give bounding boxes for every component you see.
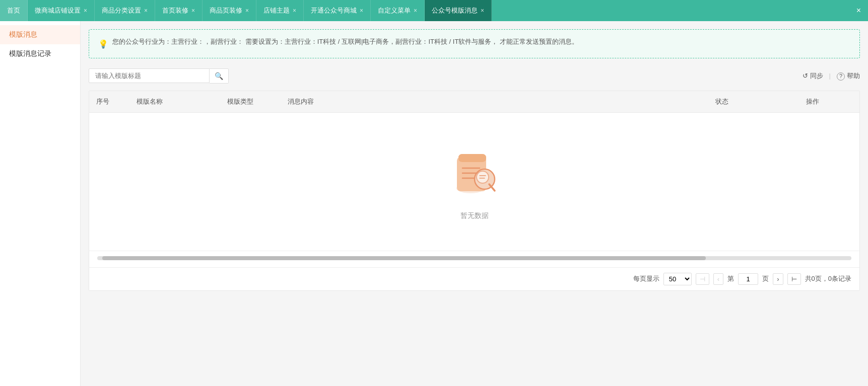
nav-tab-product-decor[interactable]: 商品页装修 × bbox=[203, 0, 256, 21]
nav-tab-custom-menu-close[interactable]: × bbox=[414, 7, 417, 14]
notice-icon: 💡 bbox=[98, 38, 108, 51]
col-header-name: 模版名称 bbox=[129, 91, 220, 112]
search-button[interactable]: 🔍 bbox=[210, 68, 229, 84]
notice-prefix: 您的公众号行业为：主营行业：，副营行业： bbox=[112, 38, 243, 45]
toolbar-right: 同步 | 帮助 bbox=[803, 71, 860, 81]
pagination: 每页显示 10 20 50 100 ⊣ ‹ 第 页 › ⊢ 共0页，0条记录 bbox=[89, 267, 859, 290]
nav-tab-home-decor-label: 首页装修 bbox=[162, 6, 188, 15]
svg-point-5 bbox=[477, 171, 489, 183]
search-bar: 🔍 同步 | 帮助 bbox=[89, 68, 860, 84]
notice-box: 💡 您的公众号行业为：主营行业：，副营行业： 需要设置为：主营行业：IT科技 /… bbox=[89, 29, 860, 58]
col-header-type: 模版类型 bbox=[220, 91, 281, 112]
nav-tab-home[interactable]: 首页 bbox=[0, 0, 28, 21]
nav-tab-store-settings[interactable]: 微商城店铺设置 × bbox=[28, 0, 95, 21]
nav-tab-home-decor[interactable]: 首页装修 × bbox=[155, 0, 203, 21]
nav-tab-product-decor-label: 商品页装修 bbox=[210, 6, 242, 15]
nav-tab-template-message[interactable]: 公众号模版消息 × bbox=[425, 0, 492, 21]
col-header-index: 序号 bbox=[89, 91, 129, 112]
nav-tab-product-decor-close[interactable]: × bbox=[245, 7, 249, 14]
toolbar-divider: | bbox=[829, 72, 831, 80]
scrollbar-track[interactable] bbox=[97, 256, 851, 260]
search-icon: 🔍 bbox=[215, 72, 223, 80]
nav-tab-custom-menu[interactable]: 自定义菜单 × bbox=[371, 0, 425, 21]
sidebar: 模版消息 模版消息记录 bbox=[0, 21, 81, 386]
data-table: 序号 模版名称 模版类型 消息内容 状态 操作 bbox=[89, 91, 860, 291]
empty-state: 暂无数据 bbox=[89, 113, 859, 251]
sync-label: 同步 bbox=[810, 72, 823, 80]
nav-tab-home-label: 首页 bbox=[7, 6, 20, 15]
nav-tab-store-settings-label: 微商城店铺设置 bbox=[35, 6, 81, 15]
close-all-icon: × bbox=[856, 6, 861, 15]
nav-tab-theme-label: 店铺主题 bbox=[263, 6, 290, 15]
nav-tab-category-close[interactable]: × bbox=[144, 7, 148, 14]
sidebar-item-template-message-records[interactable]: 模版消息记录 bbox=[0, 44, 80, 63]
nav-tab-category-settings[interactable]: 商品分类设置 × bbox=[95, 0, 155, 21]
sidebar-item-template-message-label: 模版消息 bbox=[9, 30, 37, 38]
notice-suffix: 才能正常发送预置的消息。 bbox=[500, 38, 578, 45]
last-page-button[interactable]: ⊢ bbox=[787, 273, 801, 285]
horizontal-scrollbar[interactable] bbox=[89, 251, 859, 267]
sidebar-item-template-message-records-label: 模版消息记录 bbox=[9, 49, 51, 57]
nav-tab-theme-close[interactable]: × bbox=[293, 7, 296, 14]
nav-tab-custom-menu-label: 自定义菜单 bbox=[378, 6, 411, 15]
nav-tab-theme[interactable]: 店铺主题 × bbox=[256, 0, 304, 21]
page-size-select[interactable]: 10 20 50 100 bbox=[663, 273, 692, 285]
nav-tab-home-decor-close[interactable]: × bbox=[191, 7, 195, 14]
search-input[interactable] bbox=[89, 68, 210, 83]
sync-button[interactable]: 同步 bbox=[803, 71, 823, 81]
page-size-label: 每页显示 bbox=[633, 274, 659, 283]
empty-illustration bbox=[444, 143, 505, 203]
first-page-button[interactable]: ⊣ bbox=[696, 273, 709, 285]
main-layout: 模版消息 模版消息记录 💡 您的公众号行业为：主营行业：，副营行业： 需要设置为… bbox=[0, 21, 868, 386]
top-navigation: 首页 微商城店铺设置 × 商品分类设置 × 首页装修 × 商品页装修 × 店铺主… bbox=[0, 0, 868, 21]
nav-tab-template-message-close[interactable]: × bbox=[481, 7, 484, 14]
nav-tab-template-message-label: 公众号模版消息 bbox=[432, 6, 478, 15]
nav-tab-wechat-mall[interactable]: 开通公众号商城 × bbox=[304, 0, 371, 21]
col-header-action: 操作 bbox=[799, 91, 859, 112]
prev-page-button[interactable]: ‹ bbox=[713, 273, 723, 285]
help-button[interactable]: 帮助 bbox=[837, 71, 860, 81]
sidebar-item-template-message[interactable]: 模版消息 bbox=[0, 25, 80, 44]
nav-tab-wechat-mall-label: 开通公众号商城 bbox=[311, 6, 357, 15]
help-label: 帮助 bbox=[847, 72, 860, 80]
col-header-status: 状态 bbox=[708, 91, 799, 112]
nav-tab-store-settings-close[interactable]: × bbox=[84, 7, 87, 14]
pagination-summary: 共0页，0条记录 bbox=[805, 274, 851, 283]
empty-text: 暂无数据 bbox=[460, 211, 489, 220]
notice-highlight: 需要设置为：主营行业：IT科技 / 互联网|电子商务，副营行业：IT科技 / I… bbox=[245, 38, 498, 45]
close-all-button[interactable]: × bbox=[849, 0, 868, 21]
nav-tab-category-settings-label: 商品分类设置 bbox=[102, 6, 141, 15]
content-area: 💡 您的公众号行业为：主营行业：，副营行业： 需要设置为：主营行业：IT科技 /… bbox=[81, 21, 868, 386]
refresh-icon bbox=[803, 72, 810, 80]
nav-tab-wechat-mall-close[interactable]: × bbox=[360, 7, 363, 14]
table-header: 序号 模版名称 模版类型 消息内容 状态 操作 bbox=[89, 91, 859, 113]
page-number-input[interactable] bbox=[738, 273, 758, 285]
notice-text: 您的公众号行业为：主营行业：，副营行业： 需要设置为：主营行业：IT科技 / 互… bbox=[112, 37, 578, 47]
next-page-button[interactable]: › bbox=[773, 273, 783, 285]
scrollbar-thumb[interactable] bbox=[102, 256, 706, 260]
help-icon bbox=[837, 72, 847, 80]
page-word: 第 bbox=[727, 274, 734, 283]
col-header-content: 消息内容 bbox=[281, 91, 708, 112]
page-suffix: 页 bbox=[762, 274, 769, 283]
